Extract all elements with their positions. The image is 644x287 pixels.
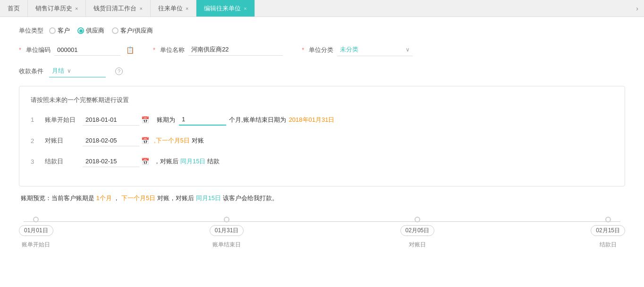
period-input[interactable] bbox=[179, 114, 226, 126]
payment-row: 收款条件 月结 ∨ ? bbox=[19, 65, 625, 77]
preview-prefix: 账期预览：当前客户账期是 bbox=[21, 194, 94, 202]
close-icon[interactable]: × bbox=[75, 6, 78, 11]
category-field-group: * 单位分类 未分类 ∨ bbox=[302, 43, 413, 56]
help-icon[interactable]: ? bbox=[115, 68, 123, 75]
unit-type-radio-group: 客户 供应商 客户/供应商 bbox=[49, 26, 153, 35]
row-1-date-input[interactable] bbox=[83, 114, 139, 126]
calendar-icon-2[interactable]: 📅 bbox=[141, 137, 149, 144]
timeline-item-1: 01月31日 账单结束日 bbox=[210, 217, 244, 249]
payment-value: 月结 bbox=[52, 67, 64, 75]
preview-part1: 1个月 bbox=[96, 194, 112, 202]
radio-supplier[interactable]: 供应商 bbox=[77, 26, 104, 35]
preview-part3: 同月15日 bbox=[196, 194, 221, 202]
preview-suffix: 该客户会给我打款。 bbox=[223, 194, 278, 202]
payment-label: 收款条件 bbox=[19, 67, 43, 76]
timeline-dot-2 bbox=[415, 217, 420, 222]
radio-supplier-label: 供应商 bbox=[86, 26, 104, 35]
preview-text: 账期预览：当前客户账期是 1个月 ， 下一个月5日 对账，对账后 同月15日 该… bbox=[19, 194, 625, 203]
code-field-group: * 单位编码 📋 bbox=[19, 44, 134, 56]
timeline-item-0: 01月01日 账单开始日 bbox=[19, 217, 53, 249]
chevron-down-icon: ∨ bbox=[67, 68, 71, 74]
name-label: 单位名称 bbox=[160, 46, 185, 54]
radio-customer-label: 客户 bbox=[58, 26, 70, 35]
preview-part2: 下一个月5日 bbox=[121, 194, 155, 202]
copy-icon[interactable]: 📋 bbox=[126, 46, 134, 54]
radio-both-label: 客户/供应商 bbox=[120, 26, 153, 35]
radio-customer[interactable]: 客户 bbox=[49, 26, 70, 35]
row-3: 3 结款日 📅 ，对账后 同月15日 结款 bbox=[31, 156, 613, 167]
row-3-date-input[interactable] bbox=[83, 156, 139, 167]
calendar-icon-1[interactable]: 📅 bbox=[141, 116, 149, 124]
row-1-suffix-before: 账期为 bbox=[157, 116, 175, 124]
tab-home-label: 首页 bbox=[8, 4, 20, 13]
timeline-badge-1: 01月31日 bbox=[210, 225, 244, 236]
tab-cash-ledger[interactable]: 钱货日清工作台 × bbox=[86, 0, 150, 17]
row-2-label: 对账日 bbox=[45, 136, 83, 145]
tab-partner-unit[interactable]: 往来单位 × bbox=[151, 0, 196, 17]
row-1-highlight: 2018年01月31日 bbox=[289, 116, 335, 124]
timeline-label-0: 账单开始日 bbox=[22, 241, 50, 249]
tab-edit-partner-label: 编辑往来单位 bbox=[204, 4, 241, 13]
category-label: 单位分类 bbox=[309, 46, 333, 54]
chevron-down-icon: ∨ bbox=[406, 46, 410, 53]
fields-row: * 单位编码 📋 * 单位名称 * 单位分类 未分类 ∨ bbox=[19, 43, 625, 56]
timeline-item-3: 02月15日 结款日 bbox=[591, 217, 625, 249]
row-3-prefix: ，对账后 bbox=[154, 157, 178, 166]
row-3-label: 结款日 bbox=[45, 157, 83, 166]
radio-both[interactable]: 客户/供应商 bbox=[112, 26, 153, 35]
period-section: 请按照未来的一个完整帐期进行设置 1 账单开始日 📅 账期为 个月,账单结束日期… bbox=[19, 86, 625, 186]
timeline-label-1: 账单结束日 bbox=[212, 241, 241, 249]
code-required-mark: * bbox=[19, 46, 21, 53]
tab-home[interactable]: 首页 bbox=[0, 0, 28, 17]
timeline-dot-3 bbox=[605, 217, 611, 222]
name-field-group: * 单位名称 bbox=[153, 44, 283, 56]
code-input[interactable] bbox=[54, 44, 120, 56]
timeline-dot-1 bbox=[224, 217, 229, 222]
row-3-highlight: 同月15日 bbox=[180, 157, 205, 166]
row-3-suffix: 结款 bbox=[207, 157, 220, 166]
row-2-date-input[interactable] bbox=[83, 135, 139, 146]
timeline-label-3: 结款日 bbox=[600, 241, 617, 249]
payment-select[interactable]: 月结 ∨ bbox=[49, 65, 106, 77]
radio-customer-circle bbox=[49, 27, 56, 34]
timeline: 01月01日 账单开始日 01月31日 账单结束日 02月05日 对账日 02月… bbox=[19, 212, 625, 263]
row-2: 2 对账日 📅 ,下一个月5日 对账 bbox=[31, 135, 613, 146]
unit-type-row: 单位类型 客户 供应商 客户/供应商 bbox=[19, 26, 625, 35]
timeline-label-2: 对账日 bbox=[409, 241, 426, 249]
tab-cash-ledger-label: 钱货日清工作台 bbox=[93, 4, 136, 13]
row-1-label: 账单开始日 bbox=[45, 116, 83, 124]
section-title: 请按照未来的一个完整帐期进行设置 bbox=[31, 96, 613, 104]
timeline-badge-3: 02月15日 bbox=[591, 225, 625, 236]
row-3-num: 3 bbox=[31, 158, 45, 165]
row-1-suffix-after: 个月,账单结束日期为 bbox=[229, 116, 286, 124]
row-1-num: 1 bbox=[31, 116, 45, 123]
tab-sales-history[interactable]: 销售订单历史 × bbox=[28, 0, 86, 17]
timeline-items: 01月01日 账单开始日 01月31日 账单结束日 02月05日 对账日 02月… bbox=[19, 217, 625, 249]
close-icon[interactable]: × bbox=[139, 6, 142, 11]
tab-edit-partner[interactable]: 编辑往来单位 × bbox=[196, 0, 254, 17]
category-select-value: 未分类 bbox=[340, 45, 402, 54]
close-icon[interactable]: × bbox=[186, 6, 188, 11]
row-2-num: 2 bbox=[31, 137, 45, 144]
main-content: 单位类型 客户 供应商 客户/供应商 * 单位编码 📋 * 单位名称 bbox=[0, 17, 644, 287]
category-required-mark: * bbox=[302, 46, 304, 53]
preview-connector2: 对账，对账后 bbox=[157, 194, 194, 202]
close-icon[interactable]: × bbox=[244, 6, 246, 11]
radio-supplier-circle bbox=[77, 27, 84, 34]
preview-connector1: ， bbox=[113, 194, 119, 202]
timeline-dot-0 bbox=[33, 217, 39, 222]
code-label: 单位编码 bbox=[26, 46, 51, 54]
radio-both-circle bbox=[112, 27, 119, 34]
name-input[interactable] bbox=[188, 44, 283, 56]
tab-sales-history-label: 销售订单历史 bbox=[35, 4, 72, 13]
calendar-icon-3[interactable]: 📅 bbox=[141, 158, 149, 165]
row-2-highlight: ,下一个月5日 bbox=[154, 136, 190, 145]
category-select[interactable]: 未分类 ∨ bbox=[337, 43, 413, 56]
help-icon-label: ? bbox=[118, 68, 120, 74]
tab-more-button[interactable]: › bbox=[630, 5, 644, 12]
timeline-badge-0: 01月01日 bbox=[19, 225, 53, 236]
timeline-badge-2: 02月05日 bbox=[400, 225, 435, 236]
unit-type-label: 单位类型 bbox=[19, 26, 43, 35]
timeline-item-2: 02月05日 对账日 bbox=[400, 217, 435, 249]
name-required-mark: * bbox=[153, 46, 155, 53]
